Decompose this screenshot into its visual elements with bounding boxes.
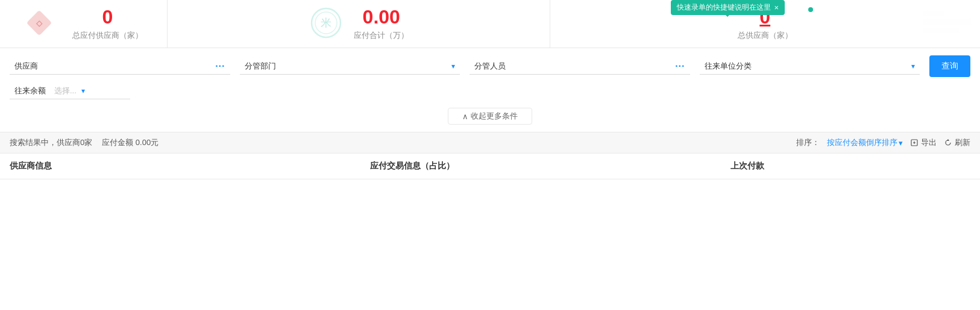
filter-department: 分管部门 ▾ (240, 58, 460, 75)
filter-row-1: 供应商 ··· 分管部门 ▾ 分管人员 ··· 往来单位分类 ▾ 查询 (10, 55, 970, 77)
export-button[interactable]: 导出 (910, 137, 937, 148)
result-actions: 排序： 按应付会额倒序排序 ▾ 导出 刷新 (796, 137, 970, 148)
person-input[interactable] (510, 61, 675, 70)
col-transaction-header: 应付交易信息（占比） (370, 161, 730, 172)
tooltip-text: 快速录单的快捷键说明在这里 (677, 2, 771, 13)
filter-balance: 往来余额 选择... ▾ (10, 83, 130, 99)
sort-dropdown[interactable]: 按应付会额倒序排序 ▾ (827, 137, 903, 148)
stats-bar: ◇ 0 总应付供应商（家） 米 0.00 应付合计（万） 快速录单的快捷键说明在… (0, 0, 980, 48)
filter-unit-category: 往来单位分类 ▾ (700, 58, 920, 75)
balance-label: 往来余额 (14, 85, 46, 96)
filter-row-2: 往来余额 选择... ▾ (10, 83, 970, 99)
col-supplier-header: 供应商信息 (10, 161, 370, 172)
tooltip-close-icon[interactable]: × (774, 4, 779, 11)
department-label: 分管部门 (245, 61, 276, 72)
sort-arrow-icon: ▾ (899, 138, 903, 147)
result-summary: 搜索结果中，供应商0家 应付金额 0.00元 (10, 137, 159, 148)
total-payable-number: 0 (102, 7, 113, 28)
supplier-dots[interactable]: ··· (215, 61, 225, 72)
coin-icon: 米 (308, 5, 344, 43)
total-suppliers-label: 总供应商（家） (738, 30, 793, 41)
export-label: 导出 (921, 137, 937, 148)
export-icon (910, 138, 919, 147)
svg-marker-9 (947, 139, 949, 141)
filter-supplier: 供应商 ··· (10, 58, 230, 75)
stat-total-suppliers: 快速录单的快捷键说明在这里 × 0 总供应商（家） (550, 0, 981, 48)
person-label: 分管人员 (474, 61, 506, 72)
svg-rect-7 (923, 28, 959, 33)
tooltip-bubble: 快速录单的快捷键说明在这里 × (671, 0, 785, 15)
balance-placeholder: 选择... (54, 85, 77, 96)
collapse-text: 收起更多条件 (471, 111, 518, 122)
suppliers-count: 搜索结果中，供应商0家 (10, 137, 92, 148)
collapse-button[interactable]: ∧ 收起更多条件 (448, 108, 532, 125)
svg-text:米: 米 (321, 17, 331, 29)
payable-total-number: 0.00 (363, 7, 400, 28)
refresh-icon (944, 138, 952, 147)
result-bar: 搜索结果中，供应商0家 应付金额 0.00元 排序： 按应付会额倒序排序 ▾ 导… (0, 132, 980, 153)
unit-category-input[interactable] (756, 61, 912, 70)
svg-rect-5 (923, 11, 944, 16)
stat-total-payable: ◇ 0 总应付供应商（家） (0, 0, 168, 48)
ghost-image (920, 5, 974, 43)
person-dots[interactable]: ··· (675, 61, 685, 72)
refresh-button[interactable]: 刷新 (944, 137, 970, 148)
payable-total-label: 应付合计（万） (354, 30, 409, 41)
refresh-label: 刷新 (955, 137, 970, 148)
table-body (0, 179, 980, 310)
unit-category-dropdown-icon[interactable]: ▾ (911, 62, 915, 70)
svg-rect-6 (923, 19, 971, 24)
balance-dropdown-icon[interactable]: ▾ (81, 87, 85, 95)
diamond-icon: ◇ (24, 8, 54, 40)
supplier-input[interactable] (43, 61, 215, 70)
amount-label: 应付金额 0.00元 (102, 137, 159, 148)
supplier-label: 供应商 (14, 61, 38, 72)
sort-prefix: 排序： (796, 137, 820, 148)
dot-indicator (808, 7, 813, 12)
filter-person: 分管人员 ··· (470, 58, 690, 75)
total-payable-label: 总应付供应商（家） (72, 30, 143, 41)
svg-text:◇: ◇ (36, 19, 43, 28)
stat-payable-total: 米 0.00 应付合计（万） (168, 0, 550, 48)
filter-area: 供应商 ··· 分管部门 ▾ 分管人员 ··· 往来单位分类 ▾ 查询 往来余额 (0, 48, 980, 132)
unit-category-label: 往来单位分类 (705, 61, 752, 72)
collapse-icon: ∧ (462, 112, 468, 121)
query-button[interactable]: 查询 (929, 55, 970, 77)
table-header: 供应商信息 应付交易信息（占比） 上次付款 (0, 153, 980, 179)
sort-value-text: 按应付会额倒序排序 (827, 137, 897, 148)
col-lastpay-header: 上次付款 (730, 161, 971, 172)
department-dropdown-icon[interactable]: ▾ (451, 62, 455, 70)
department-input[interactable] (281, 61, 452, 70)
